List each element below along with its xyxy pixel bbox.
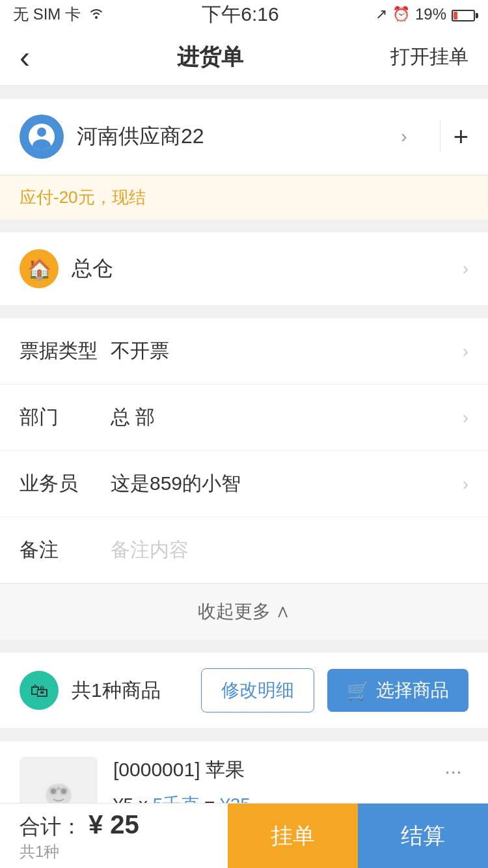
total-main: 合计： ¥ 25: [20, 810, 208, 841]
bottom-bar: 合计： ¥ 25 共1种 挂单 结算: [0, 803, 488, 868]
carrier-label: 无 SIM 卡: [13, 4, 81, 25]
salesperson-chevron-icon: ›: [463, 474, 468, 495]
open-hang-button[interactable]: 打开挂单: [390, 44, 468, 70]
total-amount: ¥ 25: [88, 810, 139, 839]
back-button[interactable]: ‹: [20, 39, 30, 75]
invoice-type-value: 不开票: [111, 338, 463, 364]
svg-point-4: [51, 789, 56, 794]
gap-4: [0, 640, 488, 653]
supplier-avatar: [20, 115, 64, 159]
supplier-avatar-icon: [29, 124, 55, 150]
form-section: 票据类型 不开票 › 部门 总 部 › 业务员 这是859的小智 › 备注 备注…: [0, 318, 488, 640]
cart-icon: 🛒: [347, 680, 370, 701]
status-left: 无 SIM 卡: [13, 4, 105, 25]
department-row[interactable]: 部门 总 部 ›: [0, 384, 488, 450]
status-right: ↗ ⏰ 19%: [375, 5, 475, 23]
page-title: 进货单: [177, 42, 243, 72]
supplier-name: 河南供应商22: [77, 122, 401, 151]
battery-icon: [452, 5, 475, 23]
hang-order-button[interactable]: 挂单: [228, 804, 358, 869]
location-icon: ↗: [375, 6, 387, 23]
product-name: [0000001] 苹果: [113, 757, 422, 783]
warehouse-section: 🏠 总仓 ›: [0, 232, 488, 305]
product-icon-wrap: 🛍: [20, 671, 59, 710]
modify-detail-button[interactable]: 修改明细: [201, 668, 314, 712]
total-label: 合计：: [20, 813, 82, 841]
warehouse-icon-wrap: 🏠: [20, 249, 59, 288]
salesperson-value: 这是859的小智: [111, 470, 463, 497]
department-label: 部门: [20, 404, 98, 431]
notice-banner: 应付-20元，现结: [0, 175, 488, 219]
remark-label: 备注: [20, 537, 98, 563]
invoice-type-chevron-icon: ›: [463, 341, 468, 362]
product-title: 苹果: [206, 759, 245, 780]
nav-bar: ‹ 进货单 打开挂单: [0, 29, 488, 86]
svg-point-0: [95, 16, 98, 19]
department-chevron-icon: ›: [463, 407, 468, 428]
alarm-icon: ⏰: [392, 6, 410, 23]
status-time: 下午6:16: [202, 1, 278, 28]
product-header: 🛍 共1种商品 修改明细 🛒 选择商品: [0, 653, 488, 728]
gap-1: [0, 86, 488, 99]
product-count-text: 共1种商品: [72, 677, 188, 704]
bottom-total: 合计： ¥ 25 共1种: [0, 810, 228, 862]
warehouse-chevron-icon: ›: [463, 258, 468, 279]
select-product-button[interactable]: 🛒 选择商品: [327, 669, 468, 712]
house-icon: 🏠: [27, 258, 51, 280]
select-product-label: 选择商品: [376, 678, 449, 703]
battery-percent: 19%: [415, 5, 446, 23]
supplier-chevron-icon: ›: [401, 126, 407, 147]
department-value: 总 部: [111, 404, 463, 431]
invoice-type-row[interactable]: 票据类型 不开票 ›: [0, 318, 488, 384]
product-more-button[interactable]: ···: [438, 757, 468, 786]
svg-point-5: [61, 789, 66, 794]
warehouse-name: 总仓: [72, 254, 463, 283]
wifi-icon: [87, 5, 105, 23]
remark-placeholder: 备注内容: [111, 537, 468, 563]
salesperson-row[interactable]: 业务员 这是859的小智 ›: [0, 450, 488, 517]
collapse-bar[interactable]: 收起更多 ∧: [0, 583, 488, 640]
invoice-type-label: 票据类型: [20, 338, 98, 364]
status-bar: 无 SIM 卡 下午6:16 ↗ ⏰ 19%: [0, 0, 488, 29]
supplier-row[interactable]: 河南供应商22 › +: [0, 99, 488, 175]
supplier-section: 河南供应商22 › + 应付-20元，现结: [0, 99, 488, 219]
main-content: 河南供应商22 › + 应付-20元，现结 🏠 总仓 › 票据类型 不开票 › …: [0, 86, 488, 868]
gap-3: [0, 305, 488, 318]
remark-row[interactable]: 备注 备注内容: [0, 517, 488, 583]
gap-2: [0, 219, 488, 232]
checkout-button[interactable]: 结算: [358, 804, 488, 869]
total-sub: 共1种: [20, 841, 208, 862]
warehouse-row[interactable]: 🏠 总仓 ›: [0, 232, 488, 305]
salesperson-label: 业务员: [20, 470, 98, 497]
add-supplier-button[interactable]: +: [454, 122, 468, 152]
shopping-bag-icon: 🛍: [30, 680, 48, 701]
vertical-divider: [440, 120, 441, 153]
product-code: [0000001]: [113, 759, 200, 780]
